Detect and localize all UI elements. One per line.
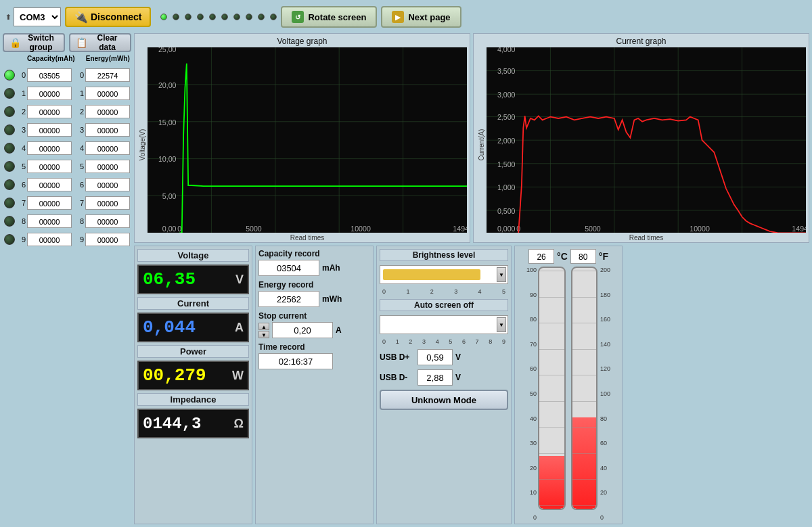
svg-text:15,00: 15,00	[158, 118, 177, 126]
capacity-record-unit: mAh	[322, 263, 340, 273]
rotate-icon: ↺	[292, 11, 304, 23]
channel-index-4: 4	[16, 144, 26, 152]
stop-current-field[interactable]: 0,20	[272, 322, 333, 338]
channel-row-5: 500000500000	[3, 157, 131, 175]
channel-cap-2: 00000	[27, 105, 72, 118]
channel-row-1: 100000100000	[3, 84, 131, 102]
com-select-wrap: ⬆ COM3	[5, 7, 61, 26]
channel-en-5: 00000	[85, 160, 130, 173]
stop-current-row: ▲ ▼ 0,20 A	[258, 322, 370, 338]
led-4	[209, 14, 216, 20]
com-label: ⬆	[5, 14, 11, 21]
channel-en-6: 00000	[85, 178, 130, 191]
led-0	[160, 14, 167, 20]
capacity-record-field: 03504	[258, 260, 319, 276]
usb-dm-field: 2,88	[418, 369, 453, 386]
clear-data-button[interactable]: 📋 Clear data	[69, 33, 131, 52]
svg-text:2,500: 2,500	[497, 113, 516, 121]
energy-record-row: 22562 mWh	[258, 291, 370, 307]
channel-en-index-5: 5	[74, 162, 84, 170]
fahrenheit-thermometer: 200 180 160 140 120 100 80 60 40 20	[571, 267, 619, 521]
led-2	[185, 14, 191, 20]
led-5	[221, 14, 228, 20]
current-y-label: Current(A)	[476, 47, 487, 242]
svg-text:4,000: 4,000	[497, 47, 516, 53]
graphs-row: Voltage graph Voltage(V)	[134, 33, 809, 243]
svg-text:25,00: 25,00	[158, 47, 177, 53]
channel-row-8: 800000800000	[3, 212, 131, 230]
center-panel: Voltage graph Voltage(V)	[134, 33, 809, 524]
channel-index-0: 0	[16, 71, 26, 79]
voltage-graph-inner: Voltage(V)	[137, 47, 467, 242]
cap-header-energy: Energy(mWh)	[86, 55, 130, 62]
channel-en-3: 00000	[85, 123, 130, 137]
fahrenheit-scale: 200 180 160 140 120 100 80 60 40 20	[571, 267, 619, 521]
channel-en-0: 22574	[85, 68, 130, 82]
svg-text:10,00: 10,00	[158, 155, 177, 163]
auto-dropdown[interactable]: ▼	[497, 317, 506, 332]
channel-cap-0: 03505	[27, 68, 72, 82]
disconnect-button[interactable]: 🔌 Disconnect	[65, 7, 151, 27]
voltage-graph-container: Voltage graph Voltage(V)	[134, 33, 470, 243]
svg-text:3,000: 3,000	[497, 91, 516, 99]
channel-row-7: 700000700000	[3, 193, 131, 212]
svg-text:14946: 14946	[792, 225, 806, 233]
celsius-thermometer: 100 90 80 70 60 50 40 30 20 10	[518, 267, 566, 521]
celsius-ticks	[539, 268, 564, 509]
clear-icon: 📋	[76, 37, 87, 48]
usb-dp-label: USB D+	[380, 352, 415, 362]
unknown-mode-button[interactable]: Unknown Mode	[380, 390, 508, 410]
led-row	[160, 14, 277, 20]
capacity-record-row: 03504 mAh	[258, 260, 370, 276]
auto-screen-slider[interactable]: ▼	[380, 315, 508, 334]
stop-down-btn[interactable]: ▼	[258, 331, 269, 338]
metrics-row: Voltage 06,35 V Current 0,044 A Power 00…	[134, 246, 809, 524]
channel-index-5: 5	[16, 162, 26, 170]
thermometers-row: 100 90 80 70 60 50 40 30 20 10	[518, 267, 619, 521]
channel-led-8	[4, 216, 15, 227]
svg-text:20,00: 20,00	[158, 81, 177, 89]
current-unit: A	[235, 321, 244, 335]
temperature-panel: 26 °C 80 °F 100 90 80	[514, 246, 623, 524]
celsius-tube	[538, 267, 566, 510]
channel-en-index-2: 2	[74, 108, 84, 116]
disconnect-label: Disconnect	[91, 12, 141, 22]
brightness-dropdown[interactable]: ▼	[497, 267, 506, 282]
rotate-screen-button[interactable]: ↺ Rotate screen	[281, 6, 377, 28]
led-1	[173, 14, 179, 20]
current-graph-container: Current graph Current(A)	[473, 33, 809, 243]
celsius-unit: °C	[557, 251, 568, 262]
stop-stepper[interactable]: ▲ ▼	[258, 323, 269, 338]
svg-rect-0	[148, 47, 467, 233]
stop-up-btn[interactable]: ▲	[258, 323, 269, 330]
auto-screen-label: Auto screen off	[380, 299, 508, 311]
channel-row-2: 200000200000	[3, 102, 131, 120]
voltage-graph-area: 25,00 20,00 15,00 10,00 5,00 0,00 0 5000	[148, 47, 467, 233]
stop-current-group: Stop current ▲ ▼ 0,20 A	[258, 311, 370, 338]
main-container: ⬆ COM3 🔌 Disconnect ↺ Rotate screen ▶	[0, 0, 812, 527]
current-label: Current	[137, 297, 249, 310]
svg-text:14946: 14946	[453, 225, 467, 233]
channel-en-1: 00000	[85, 87, 130, 100]
celsius-labels: 100 90 80 70 60 50 40 30 20 10	[518, 267, 537, 521]
fahrenheit-unit: °F	[599, 251, 608, 262]
next-page-button[interactable]: ▶ Next page	[381, 6, 461, 28]
com-port-select[interactable]: COM3	[14, 7, 61, 26]
brightness-label: Brightness level	[380, 249, 508, 261]
channel-en-index-7: 7	[74, 199, 84, 207]
fahrenheit-ticks	[572, 268, 596, 509]
svg-text:3,500: 3,500	[497, 67, 516, 75]
voltage-value: 06,35	[143, 269, 196, 290]
channel-cap-8: 00000	[27, 214, 72, 228]
channel-table: 0035050225741000001000002000002000003000…	[3, 66, 131, 248]
brightness-slider[interactable]: ▼	[380, 265, 508, 284]
led-7	[246, 14, 252, 20]
energy-record-label: Energy record	[258, 280, 370, 290]
power-value: 00,279	[143, 365, 206, 386]
next-icon: ▶	[392, 11, 404, 23]
switch-group-button[interactable]: 🔒 Switch group	[3, 33, 65, 52]
channel-en-index-0: 0	[74, 71, 84, 79]
channel-index-8: 8	[16, 217, 26, 225]
disconnect-icon: 🔌	[74, 11, 88, 24]
time-record-field: 02:16:37	[258, 353, 333, 369]
